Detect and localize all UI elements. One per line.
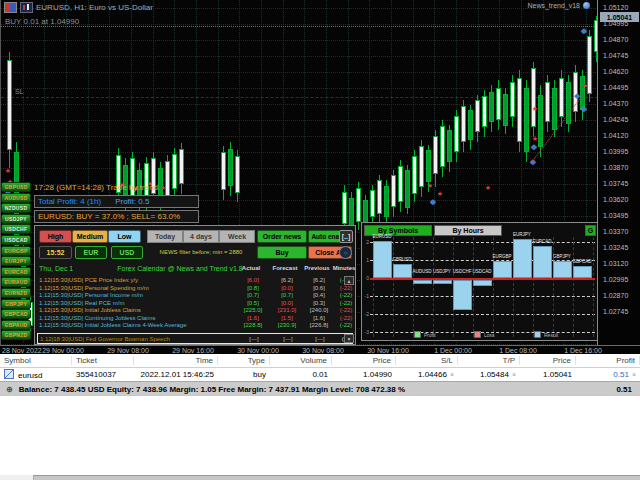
symbol-button-eurcad[interactable]: EURCAD (1, 267, 31, 277)
sell-signal-star-icon: ★ (5, 167, 11, 174)
balance-line: Balance: 7 438.45 USD Equity: 7 438.96 M… (19, 385, 405, 394)
buy-button[interactable]: Buy (257, 246, 307, 259)
sell-signal-star-icon: ★ (485, 184, 491, 191)
histogram-vgridline (573, 237, 574, 337)
col-header-time: Time (134, 356, 218, 365)
symbol-button-eurnzd[interactable]: EURNZD (1, 288, 31, 298)
grid-line-horizontal (1, 168, 598, 169)
legend-item-profit: Profit (414, 331, 436, 338)
trade-cell: buy (218, 370, 270, 379)
news-row-value: (-22) (333, 292, 359, 298)
trade-cell: 1.05484× (458, 370, 520, 379)
news-row-value: [225.0] (237, 307, 269, 313)
sell-signal-star-icon: ★ (437, 190, 443, 197)
col-header-profit: Profit (576, 356, 640, 365)
candlestick (370, 190, 375, 217)
candlestick (419, 146, 424, 187)
histogram-bar-label: EURJPY (513, 232, 531, 237)
price-label: 1.04745 (603, 52, 628, 59)
grid-line-horizontal (1, 88, 598, 89)
symbol-button-nzdusd[interactable]: NZDUSD (1, 203, 31, 213)
news-row-value: [230.9] (271, 322, 303, 328)
symbol-button-gbpjpy[interactable]: GBPJPY (1, 299, 31, 309)
news-row-value: [6.0] (237, 277, 269, 283)
news-scroll-up-button[interactable]: ▲ (344, 276, 354, 285)
importance-button-low[interactable]: Low (108, 230, 141, 243)
news-row-name: 1.12|15:30|USD| Initial Jobless Claims (39, 307, 141, 313)
close-x-button[interactable]: × (512, 371, 516, 378)
grid-line-horizontal (1, 120, 598, 121)
symbol-button-gbpnzd[interactable]: GBPNZD (1, 330, 31, 340)
candlestick (454, 116, 459, 152)
range-button-week[interactable]: Week (219, 230, 255, 243)
chart-area[interactable]: ★★★★★★★★★★★★◆◆◆◆◆◆◆◆ EURUSD, H1: Euro vs… (0, 0, 598, 345)
indicator-name: News_trend_v18 (527, 2, 590, 9)
g-button[interactable]: G (585, 225, 596, 236)
price-label: 1.04870 (603, 36, 628, 43)
price-axis[interactable]: 1.051201.049951.048701.047451.046201.044… (597, 0, 640, 345)
symbol-button-gbpusd[interactable]: GBPUSD (1, 182, 31, 192)
news-row[interactable]: 1.12|15:30|USD| Initial Jobless Claims 4… (37, 321, 351, 329)
importance-button-medium[interactable]: Medium (72, 230, 108, 243)
chart-title: EURUSD, H1: Euro vs US-Dollar (36, 3, 153, 12)
trade-cell: 355410037 (72, 370, 134, 379)
symbol-button-eurjpy[interactable]: EURJPY (1, 256, 31, 266)
symbol-button-usdcad[interactable]: USDCAD (1, 235, 31, 245)
histogram-vgridline (413, 237, 414, 337)
bracket-settings-button[interactable]: [..] (339, 230, 353, 243)
news-column-header: Forecast (269, 265, 301, 271)
time-label: 30 Nov 08:00 (302, 347, 344, 354)
news-row[interactable]: 1.12|18:30|USD| Fed Governor Bowman Spee… (37, 333, 353, 344)
trade-table-row[interactable]: eurusd3554100372022.12.01 15:46:25buy0.0… (0, 368, 640, 381)
news-row-value: [---] (306, 336, 334, 342)
candlestick (384, 186, 389, 217)
tab-by-hours[interactable]: By Hours (434, 225, 502, 236)
price-label: 1.03870 (603, 164, 628, 171)
legend-swatch (534, 331, 541, 338)
close-x-button[interactable]: × (450, 371, 454, 378)
histogram-bar-eurjpy (513, 239, 532, 278)
col-header-symbol: Symbol (0, 356, 72, 365)
symbol-button-usdchf[interactable]: USDCHF (1, 224, 31, 234)
currency-button-eur[interactable]: EUR (75, 246, 107, 259)
candlestick (440, 126, 445, 167)
time-label: 1 Dec 00:00 (434, 347, 472, 354)
candlestick (517, 78, 522, 142)
candlestick (559, 78, 564, 117)
news-row-name: 1.12|15:30|USD| Continuing Jobless Claim… (39, 315, 155, 321)
candlestick-chart-icon (20, 2, 33, 13)
symbol-button-euraud[interactable]: EURAUD (1, 277, 31, 287)
price-label: 1.03745 (603, 180, 628, 187)
grid-line-horizontal (1, 56, 598, 57)
range-button-4-days[interactable]: 4 days (183, 230, 219, 243)
order-news-button[interactable]: Order news (257, 230, 307, 243)
symbol-button-eurgbp[interactable]: EURGBP (1, 246, 31, 256)
symbol-button-gbpcad[interactable]: GBPCAD (1, 309, 31, 319)
symbol-button-gbpaud[interactable]: GBPAUD (1, 320, 31, 330)
globe-icon[interactable]: ○ (339, 246, 352, 259)
importance-button-high[interactable]: High (39, 230, 72, 243)
news-row-value: [0.7] (271, 292, 303, 298)
legend-item-loss: Loss (474, 331, 495, 338)
currency-button-usd[interactable]: USD (111, 246, 143, 259)
grid-line-horizontal (1, 152, 598, 153)
range-button-today[interactable]: Today (147, 230, 183, 243)
close-x-button[interactable]: × (632, 371, 636, 378)
time-axis[interactable]: 28 Nov 202229 Nov 00:0029 Nov 08:0029 No… (0, 345, 640, 354)
news-row-value: [240.0] (305, 307, 333, 313)
candlestick (342, 192, 347, 224)
expand-icon[interactable]: ⊕ (6, 385, 13, 394)
symbol-button-usdjpy[interactable]: USDJPY (1, 214, 31, 224)
symbol-button-audusd[interactable]: AUDUSD (1, 193, 31, 203)
candlestick (475, 100, 480, 132)
current-price-badge: 1.05041 (600, 12, 639, 22)
buy-signal-diamond-icon: ◆ (581, 27, 586, 34)
col-header-tp: T/P (458, 356, 520, 365)
histogram-gridline (370, 296, 595, 297)
trade-cell: 0.51× (576, 370, 640, 379)
price-label: 1.02745 (603, 308, 628, 315)
price-label: 1.04245 (603, 116, 628, 123)
trade-cell: 2022.12.01 15:46:25 (134, 370, 218, 379)
news-scroll-down-button[interactable]: ▼ (344, 334, 354, 343)
horizontal-scrollbar[interactable] (0, 475, 640, 480)
